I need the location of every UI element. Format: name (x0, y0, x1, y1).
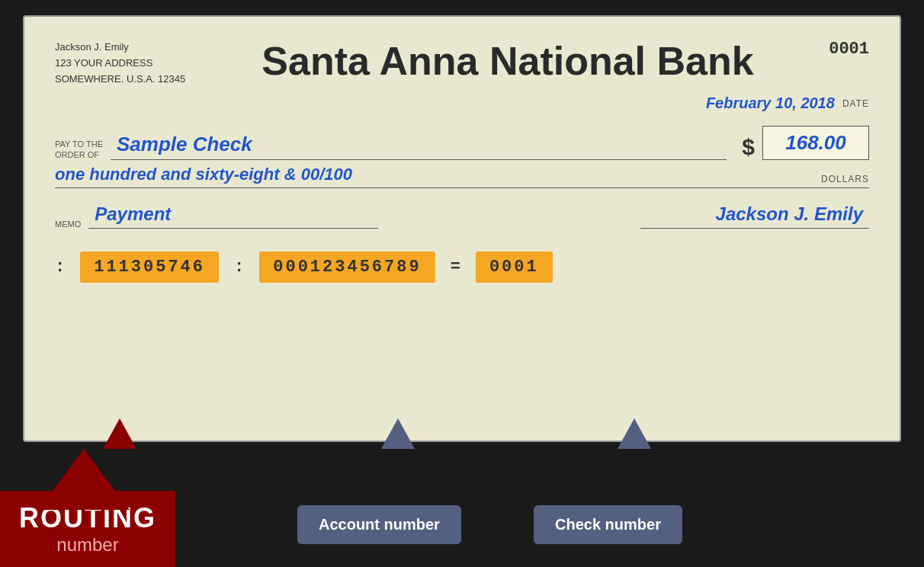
bottom-bar: ROUTING number Account number Check numb… (0, 449, 924, 567)
check-number-micr: 0001 (476, 251, 553, 283)
routing-sub-text: number (56, 534, 118, 556)
amount-box: 168.00 (762, 126, 869, 160)
check-number-arrow (618, 418, 651, 449)
payee-name: Sample Check (111, 133, 727, 160)
check-paper: Jackson J. Emily 123 YOUR ADDRESS SOMEWH… (23, 15, 901, 442)
date-row: February 10, 2018 DATE (55, 94, 869, 112)
routing-triangle-icon (38, 449, 130, 510)
pay-to-label: PAY TO THE ORDER OF (55, 139, 103, 161)
account-number-label: Account number (297, 505, 461, 544)
check-number-label: Check number (534, 505, 682, 544)
bank-name: Santa Anna National Bank (223, 40, 793, 83)
account-holder-name: Jackson J. Emily (55, 40, 207, 56)
check-top-row: Jackson J. Emily 123 YOUR ADDRESS SOMEWH… (55, 40, 869, 87)
date-label: DATE (842, 98, 869, 109)
memo-label: MEMO (55, 219, 81, 229)
account-holder-address2: SOMEWHERE. U.S.A. 12345 (55, 72, 207, 88)
memo-value: Payment (88, 203, 378, 229)
micr-symbol-right: : (234, 258, 244, 277)
micr-row: : 111305746 : 000123456789 = 0001 (55, 251, 869, 283)
micr-account-symbol: = (451, 258, 460, 277)
routing-number-micr: 111305746 (80, 251, 219, 283)
account-arrow (381, 418, 415, 449)
account-holder: Jackson J. Emily 123 YOUR ADDRESS SOMEWH… (55, 40, 207, 87)
check-number-display: 0001 (808, 40, 869, 59)
pay-to-row: PAY TO THE ORDER OF Sample Check $ 168.0… (55, 126, 869, 160)
micr-symbol-left: : (55, 258, 65, 277)
amount-text: one hundred and sixty-eight & 00/100 (55, 165, 352, 184)
memo-left: MEMO Payment (55, 203, 640, 229)
account-number-micr: 000123456789 (259, 251, 435, 283)
memo-row: MEMO Payment Jackson J. Emily (55, 203, 869, 229)
dollar-sign: $ (742, 134, 755, 160)
date-value: February 10, 2018 (706, 94, 835, 112)
signature: Jackson J. Emily (640, 203, 869, 229)
amount-text-row: one hundred and sixty-eight & 00/100 DOL… (55, 165, 869, 188)
account-holder-address1: 123 YOUR ADDRESS (55, 56, 207, 72)
dollars-label: DOLLARS (821, 174, 869, 184)
routing-arrow (103, 418, 136, 449)
